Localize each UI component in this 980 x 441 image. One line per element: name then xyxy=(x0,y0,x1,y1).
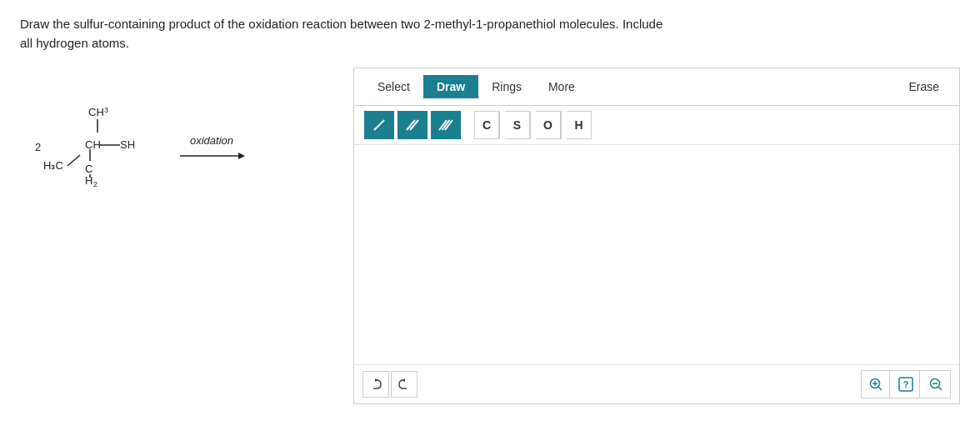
svg-text:H₃C: H₃C xyxy=(43,159,63,172)
svg-line-16 xyxy=(374,120,384,130)
svg-text:SH: SH xyxy=(120,138,135,151)
redo-button[interactable] xyxy=(362,371,389,398)
main-area: CH 3 2 CH SH H₃C C xyxy=(20,68,960,404)
svg-text:CH: CH xyxy=(88,106,104,118)
select-button[interactable]: Select xyxy=(364,75,423,98)
bond-double-button[interactable] xyxy=(398,111,428,139)
zoom-out-icon xyxy=(928,377,943,392)
erase-button[interactable]: Erase xyxy=(898,75,949,98)
bond-single-icon xyxy=(372,118,387,133)
bond-triple-button[interactable] xyxy=(431,111,461,139)
question-text: Draw the sulfur-containing product of th… xyxy=(20,15,670,53)
svg-text:2: 2 xyxy=(93,180,98,188)
oxidation-label: oxidation xyxy=(190,134,233,147)
redo-icon xyxy=(368,377,383,392)
undo-icon xyxy=(397,377,412,392)
svg-text:3: 3 xyxy=(104,106,108,114)
svg-text:2: 2 xyxy=(35,141,41,153)
zoom-controls: ? xyxy=(861,370,951,398)
help-button[interactable]: ? xyxy=(892,371,920,398)
undo-button[interactable] xyxy=(391,371,418,398)
svg-text:H: H xyxy=(85,174,92,187)
reaction-arrow xyxy=(178,148,245,163)
svg-text:?: ? xyxy=(902,379,908,389)
molecule-area: CH 3 2 CH SH H₃C C xyxy=(20,68,345,213)
atom-s-button[interactable]: S xyxy=(505,111,530,139)
help-icon: ? xyxy=(898,377,913,392)
bond-triple-icon xyxy=(438,118,453,133)
page-content: Draw the sulfur-containing product of th… xyxy=(0,0,980,404)
bottom-controls: ? xyxy=(354,364,959,403)
svg-line-8 xyxy=(68,155,80,166)
atom-h-button[interactable]: H xyxy=(567,111,592,139)
svg-marker-15 xyxy=(238,153,245,159)
molecule-diagram: CH 3 2 CH SH H₃C C xyxy=(28,101,170,209)
atom-c-button[interactable]: C xyxy=(474,111,499,139)
rings-button[interactable]: Rings xyxy=(478,75,535,98)
svg-text:C: C xyxy=(85,163,92,175)
svg-line-32 xyxy=(938,387,942,390)
zoom-in-button[interactable] xyxy=(862,371,890,398)
sub-toolbar: C S O H xyxy=(354,106,959,145)
atom-o-button[interactable]: O xyxy=(536,111,561,139)
svg-marker-22 xyxy=(375,378,378,382)
undo-redo-controls xyxy=(362,371,418,398)
svg-marker-23 xyxy=(402,378,405,382)
draw-panel: Select Draw Rings More Erase xyxy=(353,68,960,404)
svg-line-27 xyxy=(878,387,882,390)
draw-button[interactable]: Draw xyxy=(423,75,478,98)
zoom-in-icon xyxy=(868,377,883,392)
main-toolbar: Select Draw Rings More Erase xyxy=(354,68,959,106)
bond-double-icon xyxy=(405,118,420,133)
more-button[interactable]: More xyxy=(535,75,588,98)
svg-text:CH: CH xyxy=(85,138,101,151)
bond-single-button[interactable] xyxy=(364,111,394,139)
zoom-out-button[interactable] xyxy=(922,371,950,398)
